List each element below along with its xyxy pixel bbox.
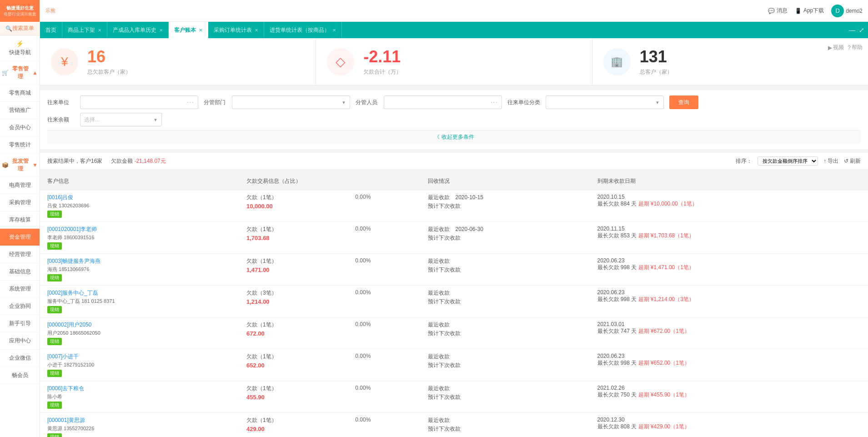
customer-name-7[interactable]: [000001]黄思源: [47, 417, 232, 424]
recovery-next-4: 预计下次收款: [428, 330, 582, 337]
customer-name-0[interactable]: [0016]吕俊: [47, 194, 232, 201]
sidebar-item-retail-stats[interactable]: 零售统计: [0, 136, 40, 154]
tab-purchase-stats-close[interactable]: ✕: [255, 28, 258, 33]
debt-amount: -21,148.07元: [134, 158, 166, 164]
sidebar-item-purchase[interactable]: 采购管理: [0, 194, 40, 211]
debt-amount-0[interactable]: 10,000.00: [246, 203, 341, 210]
overdue-date-1: 2020.11.15: [597, 226, 861, 232]
overdue-amount-0[interactable]: 超期 ¥10,000.00（1笔）: [638, 201, 697, 207]
customer-name-1[interactable]: [0001020001]李老师: [47, 226, 232, 233]
sort-select[interactable]: 按欠款金额倒序排序: [758, 156, 818, 166]
refresh-btn[interactable]: ↺ 刷新: [844, 157, 861, 165]
collapse-btn[interactable]: 《 收起更多条件: [47, 130, 861, 144]
debt-ratio-6: 0.00%: [355, 385, 413, 391]
inventory-label: 库存核算: [9, 216, 31, 224]
tab-production-history[interactable]: 产成品入库单历史 ✕: [107, 22, 169, 38]
sidebar-item-app-center[interactable]: 应用中心: [0, 332, 40, 350]
sidebar-item-operations[interactable]: 经营管理: [0, 246, 40, 263]
sidebar-item-search[interactable]: 🔍 搜索菜单: [0, 22, 40, 35]
tab-incoming-stats-close[interactable]: ✕: [332, 28, 336, 33]
cell-recovery-2: 最近收款 预计下次收款: [421, 254, 590, 286]
tab-home[interactable]: 首页: [40, 22, 62, 38]
tab-expand-btn[interactable]: ⤢: [859, 26, 864, 34]
sidebar-item-finance[interactable]: 资金管理: [0, 229, 40, 246]
customer-name-6[interactable]: [0006]去下粮仓: [47, 385, 232, 392]
app-icon: 📱: [795, 8, 802, 14]
sidebar-item-retail-mgmt[interactable]: 🛒 零售管理 ▲: [0, 61, 40, 85]
person-input[interactable]: ···: [384, 95, 502, 109]
search-button[interactable]: 查询: [669, 95, 698, 109]
cell-debt-ratio-4: 0.00%: [348, 317, 421, 349]
overdue-amount-4[interactable]: 超期 ¥672.00（1笔）: [638, 328, 690, 334]
overdue-amount-7[interactable]: 超期 ¥429.00（1笔）: [638, 423, 690, 430]
purchase-label: 采购管理: [9, 199, 31, 206]
debt-amount-6[interactable]: 455.90: [246, 394, 341, 401]
balance-select[interactable]: 选择... ▼: [80, 113, 162, 126]
unit-class-select[interactable]: ▼: [546, 95, 664, 109]
tab-product-publish-close[interactable]: ✕: [98, 28, 101, 33]
sidebar-item-system[interactable]: 系统管理: [0, 281, 40, 298]
sidebar-item-inventory[interactable]: 库存核算: [0, 211, 40, 229]
debt-amount-3[interactable]: 1,214.00: [246, 298, 341, 305]
export-btn[interactable]: ↑ 导出: [823, 157, 838, 165]
overdue-amount-1[interactable]: 超期 ¥1,703.68（1笔）: [638, 232, 694, 239]
stat-debtors-label: 总欠款客户（家）: [87, 68, 131, 76]
marketing-label: 营销推广: [9, 106, 31, 114]
customer-tag-7: 现销: [47, 433, 62, 437]
dept-select[interactable]: ▼: [232, 95, 350, 109]
debt-amount-1[interactable]: 1,703.68: [246, 235, 341, 241]
app-download-btn[interactable]: 📱 App下载: [795, 7, 824, 15]
video-btn[interactable]: ▶视频: [828, 44, 844, 51]
debt-amount-2[interactable]: 1,471.00: [246, 266, 341, 273]
wholesale-label: 批发管理: [10, 157, 31, 173]
sidebar-item-ecommerce[interactable]: 电商管理: [0, 177, 40, 194]
message-btn[interactable]: 💬 消息: [768, 7, 788, 15]
from-unit-input[interactable]: ···: [80, 95, 198, 109]
user-avatar[interactable]: D demo2: [831, 5, 863, 17]
customer-name-2[interactable]: [0003]畅捷服务尹海燕: [47, 257, 232, 265]
filter-row-1: 往来单位 ··· 分管部门 ▼ 分管人员 ··· 往来单位分类 ▼: [47, 95, 861, 109]
sidebar-item-basic-info[interactable]: 基础信息: [0, 263, 40, 281]
sidebar-item-wecom[interactable]: 企业微信: [0, 350, 40, 367]
sidebar-item-member-plus[interactable]: 畅会员: [0, 367, 40, 384]
sidebar-item-guide[interactable]: 新手引导: [0, 315, 40, 332]
tab-product-publish-label: 商品上下架: [68, 26, 95, 34]
message-label: 消息: [777, 7, 788, 15]
data-table: 客户信息 欠款交易信息（占比） 回收情况 到期未收款日期 [0016]吕俊 吕俊…: [40, 173, 868, 437]
tab-customer-ledger-close[interactable]: ✕: [199, 28, 202, 33]
tab-product-publish[interactable]: 商品上下架 ✕: [62, 22, 107, 38]
overdue-amount-3[interactable]: 超期 ¥1,214.00（3笔）: [638, 296, 694, 302]
debt-count-4: 欠款（1笔）: [246, 321, 341, 329]
debt-count-5: 欠款（1笔）: [246, 353, 341, 361]
overdue-amount-6[interactable]: 超期 ¥455.90（1笔）: [638, 392, 690, 398]
tab-production-history-close[interactable]: ✕: [159, 28, 163, 33]
avatar-icon: D: [831, 5, 844, 17]
debt-amount-5[interactable]: 652.00: [246, 362, 341, 369]
stat-card-debtors: ¥ 16 总欠款客户（家）: [40, 38, 316, 85]
cell-recovery-0: 最近收款 2020-10-15 预计下次收款: [421, 190, 590, 222]
customer-name-3[interactable]: [0002]服务中心_丁磊: [47, 289, 232, 297]
overdue-amount-2[interactable]: 超期 ¥1,471.00（1笔）: [638, 264, 694, 271]
overdue-amount-5[interactable]: 超期 ¥652.00（1笔）: [638, 360, 690, 366]
cell-debt-ratio-1: 0.00%: [348, 222, 421, 254]
sidebar-item-marketing[interactable]: 营销推广: [0, 102, 40, 119]
recovery-next-0: 预计下次收款: [428, 202, 582, 210]
tab-incoming-stats[interactable]: 进货单统计表（按商品） ✕: [264, 22, 342, 38]
sidebar-item-quick-nav[interactable]: ⚡ 快捷导航: [0, 35, 40, 61]
recovery-next-1: 预计下次收款: [428, 234, 582, 242]
customer-name-4[interactable]: [000002]用户2050: [47, 321, 232, 329]
debt-amount-4[interactable]: 672.00: [246, 330, 341, 337]
sidebar-item-retail-mall[interactable]: 零售商城: [0, 85, 40, 102]
help-btn[interactable]: ?帮助: [848, 44, 863, 51]
sidebar-item-wholesale-mgmt[interactable]: 📦 批发管理 ▼: [0, 154, 40, 177]
tab-collapse-btn[interactable]: —: [849, 26, 855, 34]
customer-name-5[interactable]: [0007]小进千: [47, 353, 232, 361]
tab-customer-ledger[interactable]: 客户账本 ✕: [169, 22, 208, 38]
sidebar-item-collab[interactable]: 企业协同: [0, 298, 40, 315]
sidebar-item-member[interactable]: 会员中心: [0, 119, 40, 136]
tab-purchase-stats[interactable]: 采购订单统计表 ✕: [208, 22, 264, 38]
cell-debt-count-5: 欠款（1笔） 652.00: [239, 349, 348, 381]
cell-customer-info-7: [000001]黄思源 黄思源 13552700226 现销: [40, 413, 239, 437]
debt-amount-7[interactable]: 429.00: [246, 426, 341, 432]
recovery-recent-4: 最近收款: [428, 321, 582, 329]
